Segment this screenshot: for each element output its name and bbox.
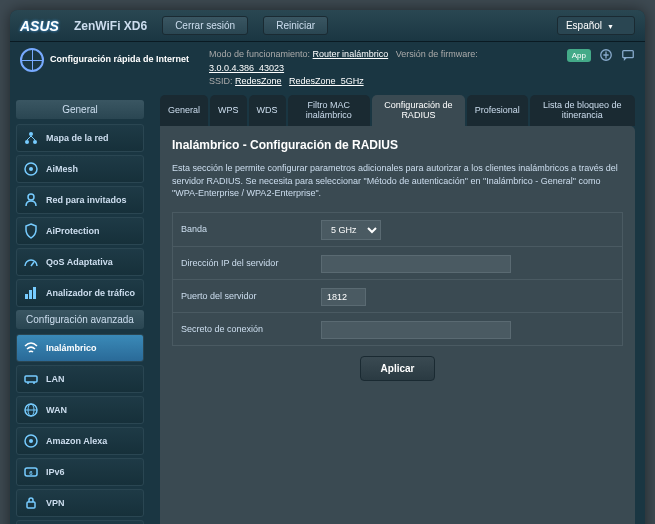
- panel-description: Esta sección le permite configurar param…: [172, 162, 623, 200]
- usb-icon[interactable]: [599, 48, 613, 62]
- secret-label: Secreto de conexión: [181, 324, 321, 334]
- tab-bar: General WPS WDS Filtro MAC inalámbrico C…: [160, 95, 635, 127]
- svg-rect-18: [27, 502, 35, 508]
- firmware-link[interactable]: 3.0.0.4.386_43023: [209, 63, 284, 73]
- svg-rect-9: [29, 290, 32, 299]
- settings-panel: Inalámbrico - Configuración de RADIUS Es…: [160, 126, 635, 524]
- sidebar-item-label: Amazon Alexa: [46, 436, 107, 446]
- radius-form: Banda 5 GHz Dirección IP del servidor: [172, 212, 623, 346]
- model-label: ZenWiFi XD6: [74, 19, 147, 33]
- panel-title: Inalámbrico - Configuración de RADIUS: [172, 138, 623, 152]
- sidebar-item-label: Mapa de la red: [46, 133, 109, 143]
- sidebar-item-ipv6[interactable]: 6 IPv6: [16, 458, 144, 486]
- network-map-icon: [23, 130, 39, 146]
- sidebar-item-lan[interactable]: LAN: [16, 365, 144, 393]
- secret-input[interactable]: [321, 321, 511, 339]
- ssid-label: SSID:: [209, 76, 233, 86]
- logout-button[interactable]: Cerrar sesión: [162, 16, 248, 35]
- ssid1-link[interactable]: RedesZone: [235, 76, 282, 86]
- sidebar-item-label: VPN: [46, 498, 65, 508]
- wifi-icon: [23, 340, 39, 356]
- router-admin-ui: ASUS ZenWiFi XD6 Cerrar sesión Reiniciar…: [10, 10, 645, 524]
- sidebar-item-aiprotection[interactable]: AiProtection: [16, 217, 144, 245]
- server-ip-label: Dirección IP del servidor: [181, 258, 321, 268]
- chart-icon: [23, 285, 39, 301]
- server-port-label: Puerto del servidor: [181, 291, 321, 301]
- form-row-server-ip: Dirección IP del servidor: [173, 247, 622, 280]
- content-area: General WPS WDS Filtro MAC inalámbrico C…: [150, 95, 645, 525]
- sidebar-item-label: LAN: [46, 374, 65, 384]
- top-bar: ASUS ZenWiFi XD6 Cerrar sesión Reiniciar…: [10, 10, 645, 42]
- sidebar-item-alexa[interactable]: Amazon Alexa: [16, 427, 144, 455]
- vpn-icon: [23, 495, 39, 511]
- svg-rect-1: [623, 51, 634, 58]
- svg-text:6: 6: [29, 470, 33, 476]
- band-select[interactable]: 5 GHz: [321, 220, 381, 240]
- guest-network-icon: [23, 192, 39, 208]
- reboot-button[interactable]: Reiniciar: [263, 16, 328, 35]
- sidebar-item-label: WAN: [46, 405, 67, 415]
- mode-link[interactable]: Router inalámbrico: [313, 49, 389, 59]
- svg-point-2: [29, 132, 33, 136]
- firmware-label: Versión de firmware:: [396, 49, 478, 59]
- sidebar-item-label: Red para invitados: [46, 195, 127, 205]
- main-layout: General Mapa de la red AiMesh Red para i…: [10, 95, 645, 525]
- sidebar-item-vpn[interactable]: VPN: [16, 489, 144, 517]
- quick-setup-label: Configuración rápida de Internet: [50, 55, 189, 65]
- sidebar-item-wireless[interactable]: Inalámbrico: [16, 334, 144, 362]
- info-column: Modo de funcionamiento: Router inalámbri…: [209, 48, 547, 89]
- svg-point-7: [28, 194, 34, 200]
- tab-roaming-block[interactable]: Lista de bloqueo de itinerancia: [530, 95, 635, 127]
- svg-rect-8: [25, 294, 28, 299]
- sidebar-item-wan[interactable]: WAN: [16, 396, 144, 424]
- ssid2-link[interactable]: RedesZone_5GHz: [289, 76, 364, 86]
- sidebar-item-qos[interactable]: QoS Adaptativa: [16, 248, 144, 276]
- sidebar-item-aimesh[interactable]: AiMesh: [16, 155, 144, 183]
- sidebar-item-label: QoS Adaptativa: [46, 257, 113, 267]
- shield-icon: [23, 223, 39, 239]
- ipv6-icon: 6: [23, 464, 39, 480]
- svg-rect-11: [25, 376, 37, 382]
- sidebar-item-firewall[interactable]: Firewall: [16, 520, 144, 525]
- top-right-controls: Español: [557, 16, 635, 35]
- tab-general[interactable]: General: [160, 95, 208, 127]
- lan-icon: [23, 371, 39, 387]
- tab-mac-filter[interactable]: Filtro MAC inalámbrico: [288, 95, 371, 127]
- sidebar-item-label: AiProtection: [46, 226, 100, 236]
- info-icons: App: [567, 48, 635, 62]
- sidebar-advanced-header: Configuración avanzada: [16, 310, 144, 329]
- app-badge[interactable]: App: [567, 49, 591, 62]
- gauge-icon: [23, 254, 39, 270]
- info-bar: Configuración rápida de Internet Modo de…: [10, 42, 645, 95]
- alexa-icon: [23, 433, 39, 449]
- sidebar-item-label: IPv6: [46, 467, 65, 477]
- form-row-secret: Secreto de conexión: [173, 313, 622, 345]
- tab-wds[interactable]: WDS: [249, 95, 286, 127]
- tab-professional[interactable]: Profesional: [467, 95, 528, 127]
- sidebar-item-traffic-analyzer[interactable]: Analizador de tráfico: [16, 279, 144, 307]
- feedback-icon[interactable]: [621, 48, 635, 62]
- wan-icon: [23, 402, 39, 418]
- sidebar-general-header: General: [16, 100, 144, 119]
- sidebar-item-network-map[interactable]: Mapa de la red: [16, 124, 144, 152]
- sidebar-item-guest-network[interactable]: Red para invitados: [16, 186, 144, 214]
- apply-button[interactable]: Aplicar: [360, 356, 436, 381]
- band-label: Banda: [181, 224, 321, 234]
- quick-internet-setup[interactable]: Configuración rápida de Internet: [20, 48, 189, 72]
- sidebar-item-label: Analizador de tráfico: [46, 288, 135, 298]
- language-select[interactable]: Español: [557, 16, 635, 35]
- sidebar-item-label: AiMesh: [46, 164, 78, 174]
- tab-radius[interactable]: Configuración de RADIUS: [372, 95, 465, 127]
- svg-point-6: [29, 167, 33, 171]
- tab-wps[interactable]: WPS: [210, 95, 247, 127]
- svg-point-4: [33, 140, 37, 144]
- form-row-band: Banda 5 GHz: [173, 213, 622, 247]
- svg-point-3: [25, 140, 29, 144]
- brand-logo: ASUS: [20, 18, 59, 34]
- server-port-input[interactable]: [321, 288, 366, 306]
- svg-point-15: [29, 439, 33, 443]
- sidebar: General Mapa de la red AiMesh Red para i…: [10, 95, 150, 525]
- form-row-server-port: Puerto del servidor: [173, 280, 622, 313]
- server-ip-input[interactable]: [321, 255, 511, 273]
- globe-icon: [20, 48, 44, 72]
